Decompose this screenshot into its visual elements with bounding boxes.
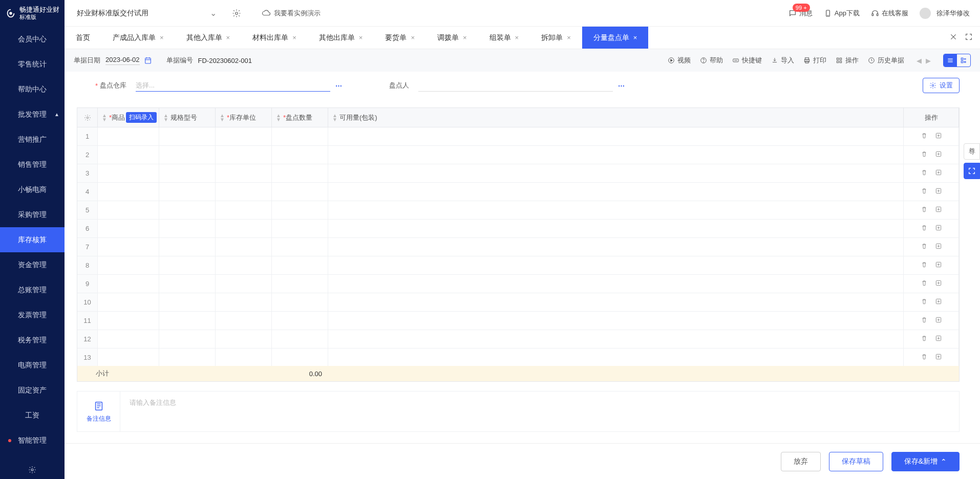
close-all-icon[interactable] bbox=[949, 33, 957, 42]
delete-icon[interactable] bbox=[921, 243, 928, 251]
delete-icon[interactable] bbox=[921, 279, 928, 288]
table-row[interactable]: 12 bbox=[77, 330, 959, 349]
person-lookup-icon[interactable]: ⋯ bbox=[618, 82, 626, 90]
table-row[interactable]: 3 bbox=[77, 164, 959, 183]
close-icon[interactable]: × bbox=[633, 34, 637, 41]
cell-product[interactable] bbox=[98, 256, 159, 274]
cell-avail[interactable] bbox=[328, 330, 904, 348]
cell-spec[interactable] bbox=[159, 238, 216, 256]
cell-spec[interactable] bbox=[159, 349, 216, 366]
cell-avail[interactable] bbox=[328, 256, 904, 274]
messages-button[interactable]: 99 + 消息 bbox=[789, 9, 813, 18]
close-icon[interactable]: × bbox=[515, 34, 519, 41]
close-icon[interactable]: × bbox=[411, 34, 415, 41]
col-avail[interactable]: ▲▼可用量(包装) bbox=[328, 108, 904, 127]
cell-product[interactable] bbox=[98, 275, 159, 293]
cell-product[interactable] bbox=[98, 220, 159, 237]
cell-spec[interactable] bbox=[159, 275, 216, 293]
cell-spec[interactable] bbox=[159, 127, 216, 145]
cell-unit[interactable] bbox=[216, 293, 272, 311]
cell-qty[interactable] bbox=[272, 238, 328, 256]
cell-product[interactable] bbox=[98, 146, 159, 164]
gear-icon[interactable] bbox=[232, 9, 241, 18]
shortcut-button[interactable]: 快捷键 bbox=[732, 56, 762, 65]
add-icon[interactable] bbox=[935, 335, 942, 343]
cell-avail[interactable] bbox=[328, 220, 904, 237]
cell-product[interactable] bbox=[98, 293, 159, 311]
cell-product[interactable] bbox=[98, 127, 159, 145]
delete-icon[interactable] bbox=[921, 261, 928, 270]
sidebar-item-4[interactable]: 营销推广 bbox=[0, 127, 65, 152]
sidebar-item-14[interactable]: 固定资产 bbox=[0, 378, 65, 403]
table-row[interactable]: 11 bbox=[77, 312, 959, 330]
delete-icon[interactable] bbox=[921, 316, 928, 325]
fullscreen-icon[interactable] bbox=[965, 33, 973, 42]
table-row[interactable]: 9 bbox=[77, 275, 959, 293]
close-icon[interactable]: × bbox=[567, 34, 571, 41]
user-menu[interactable]: 徐泽华修改 bbox=[920, 8, 970, 19]
cell-spec[interactable] bbox=[159, 146, 216, 164]
cell-unit[interactable] bbox=[216, 349, 272, 366]
cell-spec[interactable] bbox=[159, 312, 216, 330]
sidebar-item-12[interactable]: 税务管理 bbox=[0, 328, 65, 353]
cell-unit[interactable] bbox=[216, 330, 272, 348]
sidebar-item-10[interactable]: 总账管理 bbox=[0, 277, 65, 302]
cell-unit[interactable] bbox=[216, 201, 272, 219]
table-body[interactable]: 1234567891011121314 bbox=[77, 127, 959, 366]
cell-product[interactable] bbox=[98, 330, 159, 348]
close-icon[interactable]: × bbox=[463, 34, 467, 41]
sidebar-item-7[interactable]: 采购管理 bbox=[0, 202, 65, 227]
sidebar-item-9[interactable]: 资金管理 bbox=[0, 252, 65, 277]
sidebar-item-13[interactable]: 电商管理 bbox=[0, 353, 65, 378]
cell-avail[interactable] bbox=[328, 349, 904, 366]
tab-5[interactable]: 要货单× bbox=[374, 27, 426, 49]
cell-unit[interactable] bbox=[216, 164, 272, 182]
sidebar-item-3[interactable]: 批发管理▲ bbox=[0, 102, 65, 127]
app-download-button[interactable]: App下载 bbox=[824, 9, 860, 18]
help-button[interactable]: 帮助 bbox=[700, 56, 723, 65]
cell-unit[interactable] bbox=[216, 256, 272, 274]
table-row[interactable]: 10 bbox=[77, 293, 959, 312]
cell-avail[interactable] bbox=[328, 146, 904, 164]
col-unit[interactable]: ▲▼*库存单位 bbox=[216, 108, 272, 127]
cell-qty[interactable] bbox=[272, 183, 328, 201]
remark-tab[interactable]: 备注信息 bbox=[77, 391, 120, 431]
cell-avail[interactable] bbox=[328, 127, 904, 145]
sidebar-item-8[interactable]: 库存核算 bbox=[0, 227, 65, 252]
warehouse-lookup-icon[interactable]: ⋯ bbox=[335, 82, 343, 90]
save-new-button[interactable]: 保存&新增⌃ bbox=[891, 452, 960, 471]
cell-qty[interactable] bbox=[272, 330, 328, 348]
sidebar-item-2[interactable]: 帮助中心 bbox=[0, 77, 65, 102]
delete-icon[interactable] bbox=[921, 298, 928, 307]
demo-link[interactable]: 我要看实例演示 bbox=[262, 9, 321, 18]
discard-button[interactable]: 放弃 bbox=[781, 452, 821, 471]
remark-input[interactable] bbox=[130, 399, 950, 406]
cell-unit[interactable] bbox=[216, 146, 272, 164]
table-row[interactable]: 4 bbox=[77, 183, 959, 201]
cell-avail[interactable] bbox=[328, 201, 904, 219]
cell-qty[interactable] bbox=[272, 312, 328, 330]
table-row[interactable]: 8 bbox=[77, 256, 959, 275]
app-title[interactable]: 好业财标准版交付试用 bbox=[77, 9, 148, 18]
online-service-button[interactable]: 在线客服 bbox=[871, 9, 908, 18]
cell-qty[interactable] bbox=[272, 256, 328, 274]
app-title-dropdown-icon[interactable]: ⌄ bbox=[210, 8, 217, 18]
card-view-icon[interactable] bbox=[957, 54, 970, 67]
cell-qty[interactable] bbox=[272, 201, 328, 219]
float-note-icon[interactable]: 尊 bbox=[964, 143, 980, 160]
sidebar-item-11[interactable]: 发票管理 bbox=[0, 302, 65, 328]
print-button[interactable]: 打印 bbox=[803, 56, 826, 65]
table-row[interactable]: 7 bbox=[77, 238, 959, 256]
warehouse-input[interactable] bbox=[136, 79, 330, 92]
cell-unit[interactable] bbox=[216, 183, 272, 201]
table-row[interactable]: 1 bbox=[77, 127, 959, 146]
tab-2[interactable]: 其他入库单× bbox=[175, 27, 242, 49]
cell-qty[interactable] bbox=[272, 275, 328, 293]
close-icon[interactable]: × bbox=[359, 34, 363, 41]
add-icon[interactable] bbox=[935, 316, 942, 325]
cell-spec[interactable] bbox=[159, 164, 216, 182]
table-row[interactable]: 6 bbox=[77, 220, 959, 238]
cell-qty[interactable] bbox=[272, 127, 328, 145]
next-icon[interactable]: ▶ bbox=[926, 57, 931, 64]
add-icon[interactable] bbox=[935, 243, 942, 251]
